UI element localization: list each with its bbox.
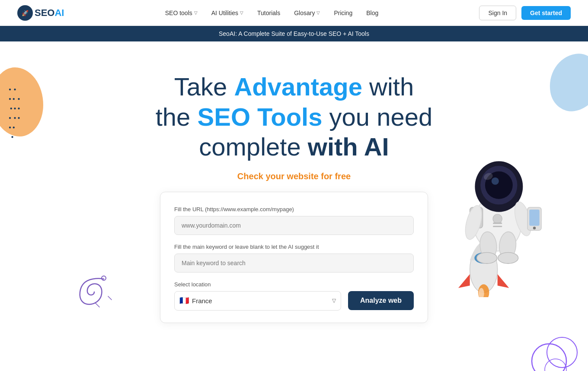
svg-rect-12 [473,212,480,216]
svg-point-10 [473,196,521,251]
svg-point-7 [474,253,493,264]
keyword-label: Fill the main keyword or leave blank to … [174,244,414,250]
nav-item-seo-tools[interactable]: SEO tools ▽ [160,6,203,20]
hero-subheadline: Check your website for free [237,171,351,181]
svg-point-13 [475,161,523,212]
svg-point-27 [493,214,502,223]
chevron-down-icon: ▽ [194,10,198,15]
svg-point-15 [485,171,513,199]
getstarted-button[interactable]: Get started [521,6,571,20]
svg-point-19 [511,200,534,238]
nav-item-glosary[interactable]: Glosary ▽ [289,6,325,20]
svg-point-25 [477,253,497,264]
svg-rect-21 [529,209,539,225]
hero-headline: Take Advantage with the SEO Tools you ne… [156,72,433,162]
signin-button[interactable]: Sign In [479,6,516,20]
analyze-button[interactable]: Analyze web [348,291,414,310]
svg-point-3 [532,344,566,371]
svg-point-8 [478,284,489,297]
svg-rect-29 [493,226,502,227]
svg-point-17 [483,172,494,181]
svg-point-18 [462,204,485,241]
location-label: Select location [174,281,414,288]
svg-point-16 [492,178,499,185]
swirl-decoration [74,270,112,309]
logo-icon: 🚀 [17,5,33,21]
svg-rect-11 [470,207,483,228]
nav-actions: Sign In Get started [479,6,571,20]
nav-item-ai-utilities[interactable]: AI Utilities ▽ [206,6,249,20]
analysis-form: Fill the URL (https://www.example.com/my… [160,192,428,323]
svg-point-22 [533,227,536,229]
nav-item-blog[interactable]: Blog [361,6,383,20]
logo-text: SEOAI [35,7,64,19]
svg-point-5 [545,359,566,371]
keyword-input[interactable] [174,254,414,273]
circles-decoration [527,331,584,371]
svg-text:🚀: 🚀 [22,10,29,17]
hero-section: ● ●● ● ● ● ● ●● ● ●● ● ● [0,41,588,371]
svg-point-14 [480,166,517,205]
announcement-bar: SeoAI: A Complete Suite of Easy-to-Use S… [0,26,588,41]
nav-item-tutorials[interactable]: Tutorials [252,6,285,20]
svg-point-4 [547,337,577,368]
url-input[interactable] [174,216,414,235]
nav-item-pricing[interactable]: Pricing [329,6,358,20]
blob-decoration-right [545,51,588,115]
blob-decoration-left [0,67,43,136]
logo[interactable]: 🚀 SEOAI [17,5,64,21]
location-row: 🇫🇷 France United States United Kingdom G… [174,291,414,311]
location-select[interactable]: France United States United Kingdom Germ… [174,291,341,311]
svg-rect-28 [493,222,502,224]
astronaut-illustration [424,76,562,292]
nav-links: SEO tools ▽ AI Utilities ▽ Tutorials Glo… [160,6,384,20]
svg-point-24 [498,231,517,260]
svg-rect-20 [527,207,541,230]
location-select-wrapper: 🇫🇷 France United States United Kingdom G… [174,291,341,311]
url-label: Fill the URL (https://www.example.com/my… [174,206,414,212]
navigation: 🚀 SEOAI SEO tools ▽ AI Utilities ▽ Tutor… [0,0,588,26]
svg-point-26 [498,253,518,264]
svg-point-6 [470,247,498,293]
svg-point-9 [479,288,484,297]
svg-point-23 [479,231,498,260]
chevron-down-icon: ▽ [316,10,320,15]
svg-point-2 [102,276,106,280]
chevron-down-icon: ▽ [240,10,243,15]
location-flag: 🇫🇷 [179,296,189,305]
